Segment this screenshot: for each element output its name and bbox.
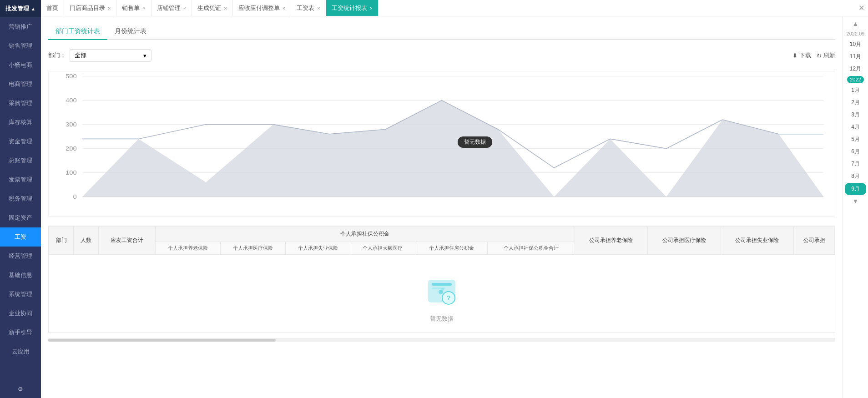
sub-tab-dept[interactable]: 部门工资统计表 <box>48 24 107 40</box>
sidebar-header[interactable]: 批发管理 ▲ <box>0 0 41 17</box>
empty-state: ? 暂无数据 <box>49 255 835 332</box>
col-company-medical: 公司承担医疗保险 <box>648 227 721 255</box>
tab-store-catalog[interactable]: 门店商品目录 × <box>64 0 116 16</box>
svg-text:200: 200 <box>66 146 77 152</box>
tab-shop-manage-close[interactable]: × <box>183 5 186 11</box>
timeline-month-may[interactable]: 5月 <box>843 133 868 146</box>
download-icon: ⬇ <box>792 52 797 59</box>
timeline-month-feb[interactable]: 2月 <box>843 96 868 109</box>
sub-tab-bar: 部门工资统计表 月份统计表 <box>48 24 835 40</box>
chevron-down-icon: ▾ <box>143 52 146 59</box>
svg-text:100: 100 <box>66 170 77 176</box>
col-personal-total: 个人承担社保公积金合计 <box>488 242 575 255</box>
sidebar-item-marketing[interactable]: 营销推广 <box>0 17 41 36</box>
sidebar-header-label: 批发管理 <box>5 5 29 13</box>
timeline-month-nov[interactable]: 11月 <box>843 50 868 63</box>
tab-sales[interactable]: 销售单 × <box>116 0 151 16</box>
sidebar-item-ledger[interactable]: 总账管理 <box>0 151 41 170</box>
col-dept: 部门 <box>49 227 74 255</box>
table-wrapper: 部门 人数 应发工资合计 个人承担社保公积金 公司承担养老保险 公司承担医疗保险… <box>48 226 835 333</box>
tab-payroll-close[interactable]: × <box>317 5 320 11</box>
col-company-unemploy: 公司承担失业保险 <box>721 227 793 255</box>
sidebar-item-cloud[interactable]: 云应用 <box>0 342 41 361</box>
col-personal-unemploy: 个人承担失业保险 <box>285 242 350 255</box>
sidebar-item-invoice[interactable]: 发票管理 <box>0 170 41 189</box>
timeline-month-oct[interactable]: 10月 <box>843 38 868 50</box>
h-scrollbar[interactable] <box>48 338 835 342</box>
col-company-pension: 公司承担养老保险 <box>575 227 647 255</box>
page-content: 部门工资统计表 月份统计表 部门： 全部 ▾ ⬇ <box>41 16 843 398</box>
tab-voucher[interactable]: 生成凭证 × <box>192 0 232 16</box>
timeline-month-aug[interactable]: 8月 <box>843 170 868 182</box>
col-personal-medical: 个人承担医疗保险 <box>220 242 285 255</box>
refresh-button[interactable]: ↻ 刷新 <box>817 51 835 60</box>
tab-payroll-report[interactable]: 工资统计报表 × <box>326 0 378 16</box>
col-company-other: 公司承担 <box>794 227 835 255</box>
sidebar-settings[interactable]: ⚙ <box>0 380 41 398</box>
sidebar-item-ecommerce[interactable]: 电商管理 <box>0 75 41 94</box>
data-table: 部门 人数 应发工资合计 个人承担社保公积金 公司承担养老保险 公司承担医疗保险… <box>49 226 835 255</box>
svg-text:500: 500 <box>66 73 77 80</box>
close-all-button[interactable]: ✕ <box>858 4 864 12</box>
timeline-year-2022-label: 2022.09 <box>843 29 868 38</box>
toolbar: 部门： 全部 ▾ ⬇ 下载 ↻ 刷新 <box>48 49 835 62</box>
timeline-month-jul[interactable]: 7月 <box>843 158 868 170</box>
sidebar-item-collab[interactable]: 企业协同 <box>0 304 41 323</box>
tab-sales-close[interactable]: × <box>142 5 145 11</box>
timeline-month-jun[interactable]: 6月 <box>843 146 868 158</box>
sidebar-item-system[interactable]: 系统管理 <box>0 285 41 304</box>
tab-payable-adjust-close[interactable]: × <box>283 5 285 11</box>
dept-select[interactable]: 全部 ▾ <box>70 49 151 62</box>
timeline-month-jan[interactable]: 1月 <box>843 84 868 96</box>
tab-store-catalog-close[interactable]: × <box>108 5 111 11</box>
timeline-month-mar[interactable]: 3月 <box>843 109 868 121</box>
tab-shop-manage[interactable]: 店铺管理 × <box>151 0 192 16</box>
sidebar-item-assets[interactable]: 固定资产 <box>0 208 41 227</box>
chart-tooltip: 暂无数据 <box>458 136 492 148</box>
timeline-year-badge: 2022 <box>847 76 863 83</box>
sidebar-item-sales[interactable]: 销售管理 <box>0 36 41 55</box>
sidebar-item-tax[interactable]: 税务管理 <box>0 189 41 208</box>
timeline-month-apr[interactable]: 4月 <box>843 121 868 133</box>
sidebar-item-payroll[interactable]: 工资 <box>0 227 41 247</box>
sidebar-item-purchase[interactable]: 采购管理 <box>0 94 41 113</box>
tab-home[interactable]: 首页 <box>41 0 64 16</box>
tab-payroll[interactable]: 工资表 × <box>291 0 326 16</box>
timeline-month-dec[interactable]: 12月 <box>843 63 868 75</box>
timeline-up-nav[interactable]: ▲ <box>843 18 868 29</box>
sidebar-item-guide[interactable]: 新手引导 <box>0 323 41 342</box>
svg-text:?: ? <box>447 294 451 302</box>
h-scrollbar-thumb[interactable] <box>48 339 276 342</box>
tab-voucher-close[interactable]: × <box>224 5 227 11</box>
sidebar-item-finance[interactable]: 资金管理 <box>0 132 41 151</box>
dept-label: 部门： <box>48 51 66 60</box>
sidebar: 批发管理 ▲ 营销推广 销售管理 小畅电商 电商管理 采购管理 库存核算 资金管… <box>0 0 41 398</box>
timeline-month-sep[interactable]: 9月 <box>845 183 866 195</box>
tab-bar: 首页 门店商品目录 × 销售单 × 店铺管理 × 生成凭证 × 应收应付调整单 … <box>41 0 868 16</box>
tab-payable-adjust[interactable]: 应收应付调整单 × <box>233 0 291 16</box>
col-personal-insurance: 个人承担社保公积金 <box>156 227 575 242</box>
timeline-sidebar: ▲ 2022.09 10月 11月 12月 2022 1月 2月 3月 4月 <box>843 16 868 398</box>
sidebar-header-arrow: ▲ <box>31 6 35 11</box>
chart-svg: 500 400 300 200 100 0 <box>49 71 835 216</box>
col-personal-housing: 个人承担住房公积金 <box>415 242 488 255</box>
toolbar-left: 部门： 全部 ▾ <box>48 49 151 62</box>
sidebar-item-ecommerce-small[interactable]: 小畅电商 <box>0 55 41 75</box>
svg-text:400: 400 <box>66 97 77 104</box>
sidebar-item-basic-info[interactable]: 基础信息 <box>0 266 41 285</box>
svg-rect-14 <box>432 283 452 286</box>
sidebar-item-operations[interactable]: 经营管理 <box>0 247 41 266</box>
sub-tab-month[interactable]: 月份统计表 <box>107 24 154 40</box>
col-total-wage: 应发工资合计 <box>98 227 155 255</box>
chart-area: 500 400 300 200 100 0 暂无数据 <box>48 71 835 217</box>
download-button[interactable]: ⬇ 下载 <box>792 51 811 60</box>
svg-text:0: 0 <box>73 194 77 200</box>
refresh-icon: ↻ <box>817 52 822 59</box>
sidebar-item-inventory[interactable]: 库存核算 <box>0 113 41 132</box>
main-area: 首页 门店商品目录 × 销售单 × 店铺管理 × 生成凭证 × 应收应付调整单 … <box>41 0 868 398</box>
svg-point-19 <box>441 288 444 291</box>
tab-payroll-report-close[interactable]: × <box>370 5 373 11</box>
empty-text: 暂无数据 <box>430 315 454 323</box>
content-area: 部门工资统计表 月份统计表 部门： 全部 ▾ ⬇ <box>41 16 868 398</box>
timeline-down-nav[interactable]: ▼ <box>843 196 868 207</box>
